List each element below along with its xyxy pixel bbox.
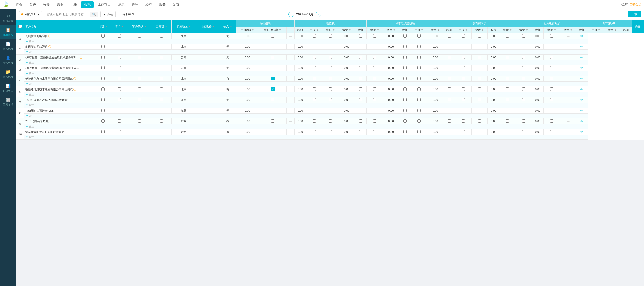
sidebar-item-gerenzhongbao[interactable]: 👤 个税申报 (0, 53, 16, 66)
nav-jizhang[interactable]: 记账 (67, 1, 80, 8)
sidebar-item-piliangbaoshu[interactable]: 📋 批量报税 (0, 25, 16, 39)
warning-icon[interactable]: ⓘ (80, 56, 82, 59)
nav-home[interactable]: 首页 (13, 1, 25, 8)
filter-button[interactable]: ▼ 筛选 (100, 11, 116, 17)
sidebar-label-piliangbaoshu: 批量报税 (3, 33, 13, 37)
cell-cw-cb3 (399, 55, 411, 60)
cell-edit[interactable]: ✏ (576, 118, 588, 124)
sidebar-item-gonghrongnianb[interactable]: 🏢 工商年报 (0, 95, 16, 108)
member-btn[interactable]: ⊡畅会员 (630, 2, 641, 7)
pencil-small-icon[interactable]: ✏ (26, 72, 28, 75)
next-month-button[interactable]: › (316, 12, 321, 17)
cell-cw-val: 0.00 (383, 76, 399, 82)
cell-edit[interactable]: ✏ (576, 97, 588, 103)
cell-zzs-val: 0.00 (294, 76, 306, 82)
search-button[interactable]: 🔍 (90, 12, 98, 17)
content-area: 全部员工 ▼ 🔍 ▼ 筛选 名下标表 ‹ 2023年02月 › 下载 (16, 9, 644, 286)
row-no: 5 (16, 76, 24, 86)
sidebar-item-baoshuijilu[interactable]: 📁 报税记录 (0, 67, 16, 80)
pencil-small-icon[interactable]: ✏ (26, 40, 28, 43)
cell-jy-cb1 (411, 55, 427, 60)
cell-caibao-dash: — (287, 129, 295, 135)
cell-edit[interactable]: ✏ (576, 44, 588, 50)
row-no: 4 (16, 65, 24, 76)
cell-edit[interactable]: ✏ (576, 129, 588, 135)
nav-guanli[interactable]: 管理 (129, 1, 141, 8)
col-zzs-jiaofei: 缴费 ▼ (339, 27, 355, 33)
cell-cw-cb2 (367, 129, 383, 135)
cell-zzs-cb1 (306, 97, 322, 103)
cell-zzs-cb2 (322, 108, 339, 114)
remark-text: 备注: (29, 61, 35, 64)
col-caibao-yueji: 申报(月/季) ▼ (259, 27, 287, 33)
cell-shebei (196, 129, 220, 135)
warning-icon[interactable]: ⓘ (80, 66, 82, 69)
cell-queren (127, 118, 151, 124)
cell-df-cb2 (499, 129, 516, 135)
sidebar-item-baoshuijilan[interactable]: 📄 报税记录 (0, 39, 16, 52)
nav-fuwu[interactable]: 服务 (156, 1, 169, 8)
cell-jy-cb1 (411, 108, 427, 114)
cell-df-val: 0.00 (488, 118, 499, 124)
warning-icon[interactable]: ⓘ (48, 45, 51, 48)
mingxia-checkbox[interactable] (118, 13, 121, 16)
col-group-caibao: 财报报表 (236, 20, 294, 27)
cell-jy-cb1 (411, 118, 427, 124)
sidebar-label-gonghrongnianb: 工商年报 (3, 103, 13, 106)
nav-shoufei[interactable]: 收费 (40, 1, 53, 8)
pencil-small-icon[interactable]: ✏ (26, 93, 28, 96)
warning-icon[interactable]: ⓘ (73, 88, 76, 91)
nav-gongshang[interactable]: 工商项目 (95, 1, 114, 8)
cell-df-cb2 (499, 108, 516, 114)
cell-edit[interactable]: ✏ (576, 55, 588, 60)
cell-edit[interactable]: ✏ (576, 65, 588, 71)
cell-df-cb2 (499, 86, 516, 92)
col-jy-jiaofei: 缴费 ▼ (471, 27, 487, 33)
col-caibao-nian: 申报(年) ▼ (236, 27, 259, 33)
fullscreen-btn[interactable]: □全屏 (620, 2, 628, 7)
col-header-qingka: 清卡 ▼ (111, 20, 127, 33)
remark-row: ✏ 备注: (16, 124, 644, 129)
nav-shezhi[interactable]: 设置 (170, 1, 182, 8)
nav-xiaoxi[interactable]: 消息 (115, 1, 128, 8)
remark-text: 备注: (29, 114, 35, 117)
cell-edit[interactable]: ✏ (576, 33, 588, 39)
mingxia-checkbox-label[interactable]: 名下标表 (118, 12, 134, 16)
cell-zzs-cb2 (322, 118, 339, 124)
nav-customer[interactable]: 客户 (26, 1, 39, 8)
sidebar-item-huizongmingxi[interactable]: 📊 汇总明细 (0, 81, 16, 94)
cell-zzs-cb2 (322, 44, 339, 50)
cell-edit[interactable]: ✏ (576, 76, 588, 82)
cell-edit[interactable]: ✏ (576, 86, 588, 92)
pencil-small-icon[interactable]: ✏ (26, 125, 28, 128)
warning-icon[interactable]: ⓘ (48, 34, 51, 38)
nav-jingying[interactable]: 经营 (142, 1, 155, 8)
prev-month-button[interactable]: ‹ (288, 12, 294, 17)
search-input[interactable] (44, 12, 90, 17)
pencil-small-icon[interactable]: ✏ (26, 61, 28, 64)
pencil-small-icon[interactable]: ✏ (26, 50, 28, 53)
sidebar-item-baoshuishezhi[interactable]: ⚙ 报税设置 (0, 11, 16, 25)
cell-value: 0.00 (236, 44, 259, 50)
select-all-checkbox[interactable] (18, 25, 22, 28)
nav-baoshu[interactable]: 报税 (81, 1, 94, 8)
download-button[interactable]: 下载 (628, 11, 641, 17)
cell-shouru: 无 (220, 44, 236, 50)
cell-cw-cb2 (367, 33, 383, 39)
pencil-small-icon[interactable]: ✏ (26, 114, 28, 117)
cell-df-cb1 (471, 76, 487, 82)
employee-filter[interactable]: 全部员工 ▼ (19, 11, 42, 17)
table-scroll-container[interactable]: 客户名称 报税 ▼ 清卡 ▼ 客户确认 ▼ 已完税 ▼ 所属地区 ▼ 报控设备 … (16, 20, 644, 285)
warning-icon[interactable]: ⓘ (73, 77, 76, 80)
nav-piaoju[interactable]: 票据 (54, 1, 66, 8)
cell-cw-cb3 (399, 33, 411, 39)
col-df-shenbao: 申报 ▼ (544, 27, 560, 33)
pencil-small-icon[interactable]: ✏ (26, 104, 28, 106)
record-icon: 📄 (5, 41, 11, 47)
cell-qingka (111, 65, 127, 71)
cell-edit[interactable]: ✏ (576, 108, 588, 114)
pencil-small-icon[interactable]: ✏ (26, 136, 28, 138)
pencil-small-icon[interactable]: ✏ (26, 82, 28, 85)
cell-cw-val: 0.00 (383, 44, 399, 50)
cell-yh-dash: — (560, 65, 576, 71)
